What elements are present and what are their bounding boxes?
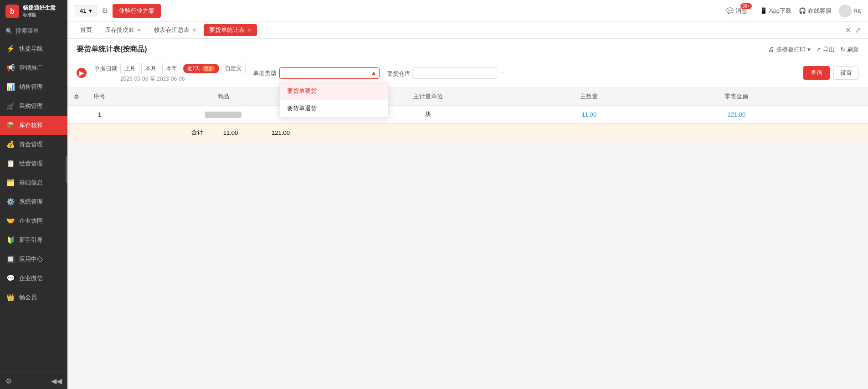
- date-btn-custom[interactable]: 自定义: [221, 63, 246, 74]
- user-avatar-area[interactable]: Rit: [839, 5, 861, 17]
- tab-order-stats-label: 要货单统计表: [209, 26, 245, 34]
- dropdown-item-order-return[interactable]: 要货单退货: [280, 100, 388, 117]
- col-header-empty: [817, 88, 868, 106]
- sidebar-item-app-center[interactable]: 🔲应用中心: [0, 250, 67, 269]
- sidebar-icon-operations: 📋: [5, 159, 15, 169]
- date-btns: 上月 本月 本年 近7天 更多 自定义: [120, 63, 246, 74]
- date-range-display: 2023-05-06 至 2023-06-06: [120, 75, 246, 83]
- sidebar-icon-member: 👑: [5, 292, 15, 302]
- tab-inventory-batch[interactable]: 库存批次账 ✕: [99, 24, 147, 36]
- close-all-tabs-btn[interactable]: ✕: [845, 26, 851, 35]
- sidebar-item-operations[interactable]: 📋经营管理: [0, 154, 67, 173]
- sidebar-label-app-center: 应用中心: [19, 255, 43, 263]
- print-chevron: ▾: [807, 46, 811, 53]
- sidebar-logo: b 畅捷通好生意 标准版: [0, 0, 67, 23]
- tab-home[interactable]: 首页: [75, 24, 98, 36]
- sidebar-item-wechat[interactable]: 💬企业微信: [0, 269, 67, 288]
- sidebar-item-guide[interactable]: 🔰新手引导: [0, 230, 67, 250]
- sidebar-icon-app-center: 🔲: [5, 254, 15, 264]
- sidebar-item-enterprise[interactable]: 🤝企业协同: [0, 211, 67, 230]
- topbar: 41 ▾ ⚙ 体验行业方案 💬 消息 99+ 📱 App下载 🎧 在线客服: [67, 0, 868, 22]
- message-icon: 💬: [726, 7, 734, 14]
- sidebar-item-purchase[interactable]: 🛒采购管理: [0, 97, 67, 116]
- sidebar-item-sales[interactable]: 📊销售管理: [0, 77, 67, 97]
- dropdown-item-order-request[interactable]: 要货单要货: [280, 82, 388, 100]
- page-header: 要货单统计表(按商品) 🖨 按模板打印 ▾ ↗ 导出 ↻ 刷新: [67, 39, 868, 58]
- table-body: 1 块 11.00 121.00: [67, 106, 868, 123]
- sidebar-icon-basic-info: 🗂️: [5, 178, 15, 188]
- company-selector[interactable]: 41 ▾: [75, 5, 97, 16]
- expand-filter-btn[interactable]: ▶: [77, 68, 87, 78]
- row-quantity: 11.00: [522, 106, 656, 123]
- app-download-label: App下载: [769, 7, 791, 15]
- filter-actions: 查询 设置: [803, 66, 859, 80]
- sidebar-item-system[interactable]: ⚙️系统管理: [0, 192, 67, 211]
- sidebar-item-marketing[interactable]: 📢营销推广: [0, 58, 67, 77]
- print-label: 按模板打印: [776, 46, 806, 54]
- table-footer: 合计 11.00 121.00: [67, 123, 868, 141]
- col-header-settings[interactable]: ⚙: [67, 88, 86, 106]
- warehouse-filter-group: 要货仓库 ···: [387, 67, 505, 79]
- warehouse-filter-input[interactable]: [412, 67, 497, 79]
- footer-label: 合计: [73, 128, 203, 137]
- topbar-settings-icon[interactable]: ⚙: [102, 6, 108, 15]
- sidebar-item-inventory[interactable]: 📦库存核算: [0, 116, 67, 135]
- sidebar-label-basic-info: 基础信息: [19, 179, 43, 187]
- date-btn-this-month[interactable]: 本月: [141, 63, 160, 74]
- sidebar-item-quick-nav[interactable]: ⚡快捷导航: [0, 39, 67, 58]
- type-filter-label: 单据类型: [253, 67, 277, 77]
- date-btn-recent7[interactable]: 近7天 更多: [183, 64, 219, 73]
- sidebar-label-quick-nav: 快捷导航: [19, 45, 43, 53]
- app-download-btn[interactable]: 📱 App下载: [760, 7, 791, 15]
- sidebar-label-finance: 资金管理: [19, 140, 43, 148]
- sidebar-label-marketing: 营销推广: [19, 64, 43, 72]
- settings-btn[interactable]: 设置: [833, 66, 859, 80]
- sidebar-footer: ⚙ ◀◀: [0, 373, 67, 389]
- row-no: 1: [86, 106, 113, 123]
- sidebar-icon-system: ⚙️: [5, 197, 15, 207]
- online-service-btn[interactable]: 🎧 在线客服: [799, 7, 832, 15]
- sidebar-item-member[interactable]: 👑畅会员: [0, 288, 67, 307]
- sidebar-icon-enterprise: 🤝: [5, 216, 15, 226]
- export-btn[interactable]: ↗ 导出: [816, 46, 835, 54]
- main-area: 41 ▾ ⚙ 体验行业方案 💬 消息 99+ 📱 App下载 🎧 在线客服: [67, 0, 868, 389]
- refresh-icon: ↻: [840, 46, 845, 53]
- sidebar-search[interactable]: 🔍 搜索菜单: [0, 23, 67, 39]
- sidebar-icon-purchase: 🛒: [5, 101, 15, 111]
- sidebar-item-basic-info[interactable]: 🗂️基础信息: [0, 173, 67, 192]
- tab-order-stats-close[interactable]: ✕: [247, 27, 252, 33]
- footer-label-text: 合计: [191, 129, 203, 136]
- trial-btn[interactable]: 体验行业方案: [113, 4, 161, 18]
- date-btn-this-year[interactable]: 本年: [162, 63, 181, 74]
- sidebar-label-guide: 新手引导: [19, 236, 43, 244]
- messages-btn[interactable]: 💬 消息 99+: [726, 7, 747, 15]
- online-service-label: 在线客服: [808, 7, 832, 15]
- refresh-btn[interactable]: ↻ 刷新: [840, 46, 859, 54]
- query-btn[interactable]: 查询: [803, 66, 830, 80]
- page-content: 要货单统计表(按商品) 🖨 按模板打印 ▾ ↗ 导出 ↻ 刷新: [67, 39, 868, 389]
- sidebar-label-enterprise: 企业协同: [19, 217, 43, 225]
- warehouse-more-icon[interactable]: ···: [499, 69, 505, 77]
- settings-footer-btn[interactable]: ⚙: [5, 377, 12, 385]
- tab-receive-summary[interactable]: 收发存汇总表 ✕: [149, 24, 202, 36]
- collapse-btn[interactable]: ◀◀: [51, 377, 62, 385]
- topbar-right: 💬 消息 99+ 📱 App下载 🎧 在线客服 Rit: [726, 5, 861, 17]
- date-btn-last-month[interactable]: 上月: [120, 63, 139, 74]
- type-filter-input[interactable]: [279, 67, 380, 79]
- footer-quantity: 11.00: [203, 129, 258, 136]
- table-header-row: ⚙ 序号 商品 主计量单位 主数量 零售金额: [67, 88, 868, 106]
- app-title: 畅捷通好生意: [23, 5, 56, 12]
- row-amount: 121.00: [656, 106, 817, 123]
- warehouse-filter-label: 要货仓库: [387, 68, 411, 78]
- tab-inventory-batch-close[interactable]: ✕: [137, 27, 141, 33]
- table-row: 1 块 11.00 121.00: [67, 106, 868, 123]
- date-filter-label: 单据日期: [94, 63, 118, 73]
- print-btn[interactable]: 🖨 按模板打印 ▾: [768, 46, 811, 54]
- topbar-left: 41 ▾ ⚙ 体验行业方案: [75, 4, 726, 18]
- tab-order-stats[interactable]: 要货单统计表 ✕: [204, 24, 257, 36]
- sidebar-label-member: 畅会员: [19, 293, 37, 302]
- tab-receive-summary-close[interactable]: ✕: [192, 27, 196, 33]
- sidebar-item-finance[interactable]: 💰资金管理: [0, 135, 67, 154]
- sidebar-nav: ⚡快捷导航📢营销推广📊销售管理🛒采购管理📦库存核算💰资金管理📋经营管理🗂️基础信…: [0, 39, 67, 373]
- restore-tabs-btn[interactable]: ⤢: [855, 26, 861, 35]
